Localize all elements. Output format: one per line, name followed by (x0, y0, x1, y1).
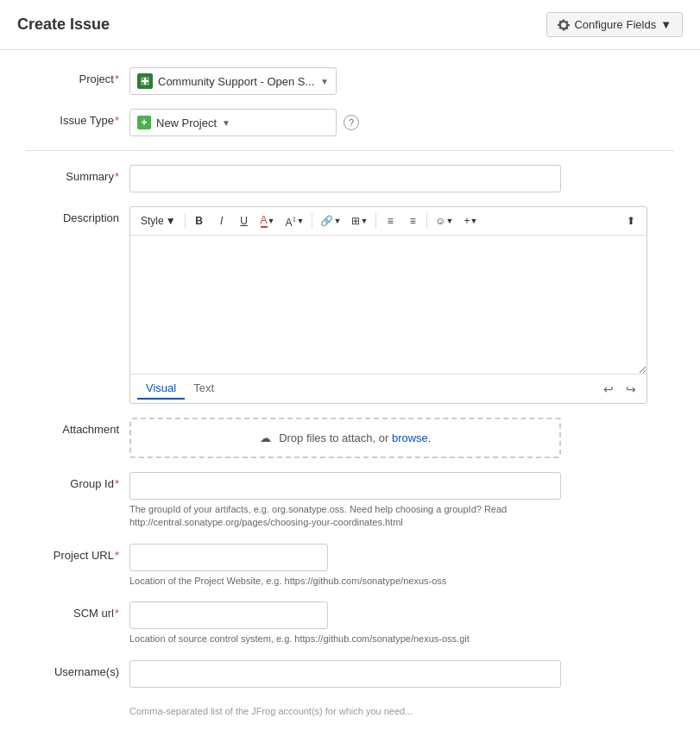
description-editor: Style ▼ B I U (129, 206, 647, 404)
project-control: Community Support - Open S... ▼ (129, 67, 674, 95)
project-label: Project (26, 67, 129, 85)
issue-type-dropdown[interactable]: + New Project ▼ (129, 109, 337, 136)
issue-type-help-icon[interactable]: ? (344, 115, 359, 130)
toolbar-divider-1 (185, 213, 186, 229)
project-url-control: Location of the Project Website, e.g. ht… (129, 544, 674, 588)
truncated-label-spacer (26, 702, 129, 707)
project-url-hint: Location of the Project Website, e.g. ht… (129, 575, 561, 588)
group-id-hint: The groupId of your artifacts, e.g. org.… (129, 503, 561, 530)
gear-icon (558, 19, 570, 31)
editor-tabs: Visual Text (137, 378, 223, 400)
project-url-input[interactable] (129, 544, 328, 571)
usernames-control (129, 660, 674, 688)
toolbar-table-button[interactable]: ⊞▼ (347, 211, 372, 231)
configure-fields-dropdown-arrow: ▼ (660, 18, 672, 31)
group-id-input[interactable] (129, 472, 561, 500)
issue-type-controls: + New Project ▼ ? (129, 109, 674, 136)
toolbar-text-color-button[interactable]: A ▼ (256, 211, 280, 231)
issue-type-row: Issue Type + New Project ▼ ? (26, 109, 674, 136)
tab-visual[interactable]: Visual (137, 378, 185, 400)
usernames-row: Username(s) (26, 660, 674, 688)
toolbar-emoji-button[interactable]: ☺▼ (431, 211, 457, 231)
issue-type-icon: + (137, 116, 151, 129)
toolbar-numbered-button[interactable]: ≡ (402, 211, 423, 231)
scm-url-control: Location of source control system, e.g. … (129, 601, 674, 645)
upload-icon: ☁ (260, 431, 271, 444)
usernames-label: Username(s) (26, 660, 129, 678)
editor-redo-button[interactable]: ↪ (622, 381, 640, 398)
attachment-label: Attachment (26, 418, 129, 436)
issue-type-control: + New Project ▼ ? (129, 109, 674, 136)
truncated-hint: Comma-separated list of the JFrog accoun… (129, 702, 674, 718)
project-svg-icon (140, 76, 150, 86)
editor-undo-button[interactable]: ↩ (600, 381, 617, 398)
issue-type-label: Issue Type (26, 109, 129, 127)
scm-url-hint: Location of source control system, e.g. … (129, 633, 561, 645)
scm-url-input[interactable] (129, 601, 328, 629)
style-dropdown-arrow: ▼ (166, 215, 176, 227)
issue-type-value: New Project (156, 116, 217, 129)
summary-label: Summary (26, 165, 129, 183)
issue-type-dropdown-arrow: ▼ (222, 118, 230, 128)
toolbar-bold-button[interactable]: B (189, 211, 210, 231)
group-id-row: Group Id The groupId of your artifacts, … (26, 472, 674, 530)
project-icon (137, 73, 153, 89)
configure-fields-label: Configure Fields (574, 18, 656, 31)
toolbar-collapse-button[interactable]: ⬆ (621, 211, 641, 231)
dialog-title: Create Issue (17, 16, 110, 34)
toolbar-underline-button[interactable]: U (234, 211, 255, 231)
scm-url-label: SCM url (26, 601, 129, 620)
project-row: Project Community Support - Open S... ▼ (26, 67, 674, 95)
style-label: Style (141, 215, 164, 227)
project-url-label: Project URL (26, 544, 129, 562)
dialog-header: Create Issue Configure Fields ▼ (0, 0, 700, 50)
configure-fields-button[interactable]: Configure Fields ▼ (546, 12, 683, 37)
project-value: Community Support - Open S... (158, 75, 315, 88)
project-url-row: Project URL Location of the Project Webs… (26, 544, 674, 588)
group-id-label: Group Id (26, 472, 129, 490)
toolbar-font-size-button[interactable]: A↕ ▼ (281, 211, 309, 231)
form-divider (26, 150, 674, 151)
attachment-dropzone[interactable]: ☁ Drop files to attach, or browse. (129, 418, 561, 458)
summary-control (129, 165, 674, 192)
toolbar-divider-2 (312, 213, 312, 229)
toolbar-bullet-button[interactable]: ≡ (380, 211, 400, 231)
attachment-drop-text: Drop files to attach, or (279, 431, 388, 444)
truncated-hint-text: Comma-separated list of the JFrog accoun… (129, 705, 561, 718)
description-control: Style ▼ B I U (129, 206, 674, 404)
attachment-control: ☁ Drop files to attach, or browse. (129, 418, 674, 458)
description-label: Description (26, 206, 129, 224)
toolbar-link-button[interactable]: 🔗▼ (316, 211, 345, 231)
toolbar-more-button[interactable]: +▼ (459, 211, 482, 231)
tab-text[interactable]: Text (185, 378, 223, 400)
toolbar-italic-button[interactable]: I (211, 211, 232, 231)
create-issue-dialog: Create Issue Configure Fields ▼ Project (0, 0, 700, 743)
scm-url-row: SCM url Location of source control syste… (26, 601, 674, 645)
toolbar-divider-4 (426, 213, 427, 229)
attachment-row: Attachment ☁ Drop files to attach, or br… (26, 418, 674, 458)
editor-toolbar: Style ▼ B I U (130, 207, 646, 236)
attachment-browse-link[interactable]: browse. (392, 431, 432, 444)
description-editor-body[interactable] (130, 236, 646, 374)
usernames-input[interactable] (129, 660, 561, 688)
editor-footer: Visual Text ↩ ↪ (130, 374, 646, 403)
toolbar-style-button[interactable]: Style ▼ (136, 212, 181, 230)
description-row: Description Style ▼ B I (26, 206, 674, 404)
truncated-hint-row: Comma-separated list of the JFrog accoun… (26, 702, 674, 718)
project-dropdown[interactable]: Community Support - Open S... ▼ (129, 67, 337, 95)
group-id-control: The groupId of your artifacts, e.g. org.… (129, 472, 674, 530)
dialog-content: Project Community Support - Open S... ▼ … (0, 50, 700, 743)
editor-actions: ↩ ↪ (600, 381, 640, 398)
summary-row: Summary (26, 165, 674, 192)
summary-input[interactable] (129, 165, 561, 192)
project-dropdown-arrow: ▼ (320, 77, 329, 86)
toolbar-divider-3 (375, 213, 376, 229)
